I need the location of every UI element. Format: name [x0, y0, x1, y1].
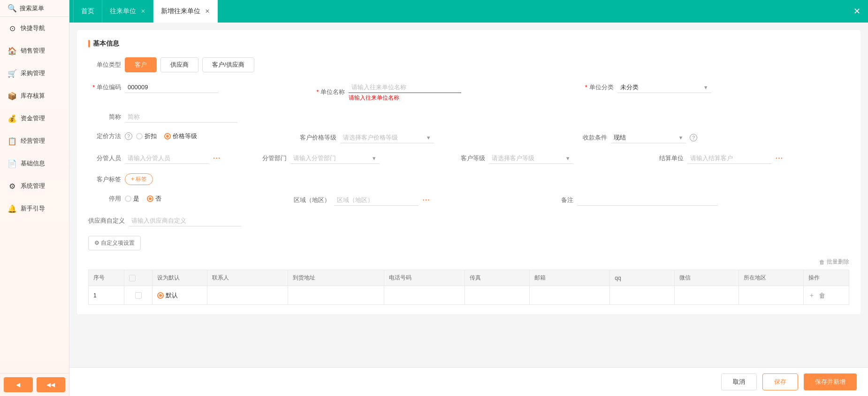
tab-new-partner-close[interactable]: ✕ — [205, 8, 210, 15]
disabled-radio-no[interactable]: 否 — [147, 194, 161, 203]
unit-name-input[interactable] — [349, 82, 461, 93]
unit-btn-supplier[interactable]: 供应商 — [160, 57, 198, 72]
unit-name-group: 单位名称 请输入往来单位名称 — [312, 82, 580, 102]
disabled-radio-yes-label: 是 — [133, 194, 139, 203]
pricing-method-group: 定价方法 ? 折扣 价格等级 — [88, 132, 300, 140]
tab-new-partner-label: 新增往来单位 — [161, 7, 200, 16]
sidebar-item-search[interactable]: 🔍 搜索菜单 — [0, 0, 69, 17]
cancel-button[interactable]: 取消 — [721, 373, 757, 390]
manager-input[interactable] — [125, 153, 209, 164]
batch-delete-label[interactable]: 批量删除 — [827, 258, 849, 266]
customer-tag-group: 客户标签 + 标签 — [88, 173, 849, 185]
pricing-radio-level-circle — [164, 133, 171, 140]
sidebar-item-quick-nav[interactable]: ⊙ 快捷导航 — [0, 17, 69, 39]
system-icon: ⚙ — [8, 181, 17, 191]
sidebar-item-system[interactable]: ⚙ 系统管理 — [0, 175, 69, 197]
unit-type-buttons: 客户 供应商 客户/供应商 — [125, 57, 254, 72]
short-name-input[interactable] — [125, 111, 237, 123]
supplier-custom-row: 供应商自定义 — [88, 215, 849, 226]
unit-name-error: 请输入往来单位名称 — [349, 94, 461, 102]
region-input[interactable] — [334, 194, 419, 206]
row-checkbox[interactable] — [135, 292, 142, 299]
supplier-custom-label: 供应商自定义 — [88, 217, 125, 225]
pricing-radio-level-label: 价格等级 — [173, 132, 197, 140]
sidebar-item-sales[interactable]: 🏠 销售管理 — [0, 39, 69, 62]
sidebar-item-operations[interactable]: 📋 经营管理 — [0, 130, 69, 152]
unit-type-label: 单位类型 — [88, 61, 121, 69]
save-button[interactable]: 保存 — [762, 373, 798, 390]
tab-new-partner[interactable]: 新增往来单位 ✕ — [153, 0, 218, 23]
cell-phone-input[interactable] — [389, 290, 426, 301]
customer-price-level-input[interactable] — [340, 132, 434, 143]
region-more-btn[interactable]: ··· — [422, 196, 430, 204]
tabs-bar: 首页 往来单位 ✕ 新增往来单位 ✕ ✕ — [69, 0, 868, 23]
unit-code-input[interactable] — [125, 82, 219, 93]
manager-more-btn[interactable]: ··· — [213, 154, 221, 163]
row-default-radio: 默认 — [157, 291, 202, 300]
cell-contact-input[interactable] — [212, 290, 250, 301]
custom-settings-button[interactable]: ⚙ 自定义项设置 — [88, 236, 141, 250]
cell-address-input[interactable] — [293, 290, 340, 301]
pricing-radio-discount[interactable]: 折扣 — [136, 132, 157, 140]
sidebar-item-label: 基础信息 — [21, 159, 45, 168]
tab-partner-list-label: 往来单位 — [110, 7, 136, 16]
payment-terms-help-icon[interactable]: ? — [690, 134, 697, 141]
cell-fax — [464, 286, 529, 305]
purchase-icon: 🛒 — [8, 69, 17, 78]
customer-level-input[interactable] — [489, 153, 573, 164]
remark-input[interactable] — [577, 194, 718, 206]
row-add-icon[interactable]: ＋ — [808, 291, 815, 300]
cell-email-input[interactable] — [534, 290, 572, 301]
row-default-radio-option[interactable]: 默认 — [157, 291, 178, 300]
settlement-unit-more-btn[interactable]: ··· — [776, 154, 783, 163]
sidebar-collapse-btn[interactable]: ◀ — [4, 377, 33, 392]
unit-category-input[interactable] — [617, 82, 711, 93]
cell-qq-input[interactable] — [615, 290, 643, 301]
cell-fax-input[interactable] — [470, 290, 498, 301]
add-tag-button[interactable]: + 标签 — [125, 173, 153, 185]
pricing-help-icon[interactable]: ? — [125, 132, 132, 140]
unit-type-group: 单位类型 客户 供应商 客户/供应商 — [88, 57, 849, 72]
short-name-group: 简称 — [88, 111, 849, 123]
sidebar-item-finance[interactable]: 💰 资金管理 — [0, 107, 69, 130]
tab-partner-list-close[interactable]: ✕ — [141, 8, 145, 15]
settlement-unit-input[interactable] — [687, 153, 772, 164]
pricing-radio-level[interactable]: 价格等级 — [164, 132, 197, 140]
sidebar-search-label: 搜索菜单 — [20, 4, 44, 13]
disabled-row: 停用 是 否 区域（地区） ··· — [88, 194, 849, 206]
cell-region-input[interactable] — [744, 290, 772, 301]
disabled-radio-group: 是 否 — [125, 194, 161, 203]
settlement-unit-group: 结算单位 ··· — [651, 153, 849, 164]
sidebar-item-beginner[interactable]: 🔔 新手引导 — [0, 197, 69, 220]
sidebar-item-label: 库存核算 — [21, 92, 45, 100]
page-footer: 取消 保存 保存并新增 — [69, 367, 868, 396]
cell-wechat-input[interactable] — [679, 290, 708, 301]
tab-home[interactable]: 首页 — [73, 0, 102, 23]
unit-btn-both[interactable]: 客户/供应商 — [202, 57, 254, 72]
unit-btn-customer[interactable]: 客户 — [125, 57, 157, 72]
select-all-checkbox[interactable] — [129, 275, 136, 281]
home-icon: ⊙ — [8, 23, 17, 33]
disabled-radio-yes[interactable]: 是 — [125, 194, 139, 203]
pricing-radio-discount-label: 折扣 — [145, 132, 157, 140]
save-new-button[interactable]: 保存并新增 — [804, 373, 857, 390]
supplier-custom-input[interactable] — [129, 215, 241, 226]
sidebar-item-basic-info[interactable]: 📄 基础信息 — [0, 152, 69, 175]
close-window-btn[interactable]: ✕ — [850, 4, 864, 18]
manager-group: 分管人员 ··· — [88, 153, 254, 164]
row-action-icons: ＋ 🗑 — [808, 291, 844, 300]
th-checkbox — [124, 270, 152, 286]
pricing-radio-discount-circle — [136, 133, 143, 140]
card-title-icon — [88, 40, 90, 47]
tab-partner-list[interactable]: 往来单位 ✕ — [102, 0, 153, 23]
unit-category-group: 单位分类 ▼ — [581, 82, 849, 93]
payment-terms-input[interactable] — [611, 132, 686, 143]
disabled-radio-no-circle — [147, 195, 153, 202]
batch-delete-icon: 🗑 — [819, 259, 825, 265]
cell-email — [529, 286, 610, 305]
dept-input[interactable] — [290, 153, 380, 164]
sidebar-item-inventory[interactable]: 📦 库存核算 — [0, 85, 69, 107]
row-delete-icon[interactable]: 🗑 — [819, 292, 825, 299]
sidebar-item-purchase[interactable]: 🛒 采购管理 — [0, 62, 69, 85]
sidebar-collapse-all-btn[interactable]: ◀◀ — [37, 377, 66, 392]
